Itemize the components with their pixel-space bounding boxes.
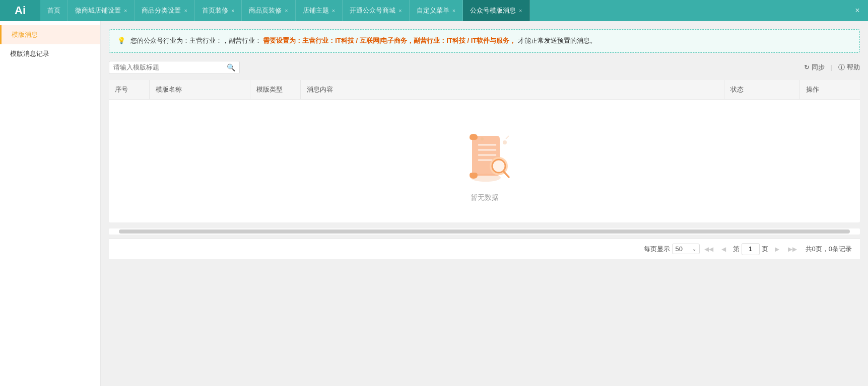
scrollbar-thumb[interactable] (119, 229, 850, 234)
sidebar-item-template-message[interactable]: 模版消息 (0, 25, 100, 44)
tab-close-home-decor[interactable]: × (231, 8, 234, 14)
app-logo: Ai (0, 0, 40, 21)
tab-close-shop-theme[interactable]: × (332, 8, 335, 14)
page-body: 模版消息 模版消息记录 💡 您的公众号行业为：主营行业：，副营行业： 需要设置为… (0, 21, 868, 386)
svg-line-8 (503, 171, 509, 177)
search-input[interactable] (113, 63, 227, 71)
empty-state: 暂无数据 (109, 100, 860, 222)
toolbar-right: ↻ 同步 | ⓘ 帮助 (804, 63, 860, 72)
tab-close-open-wechat-store[interactable]: × (398, 8, 402, 14)
tab-category[interactable]: 商品分类设置 × (135, 0, 194, 21)
svg-point-9 (481, 137, 484, 140)
help-icon: ⓘ (838, 63, 845, 72)
tab-custom-menu[interactable]: 自定义菜单 × (410, 0, 463, 21)
svg-line-11 (506, 136, 509, 139)
tab-template-message[interactable]: 公众号模版消息 × (463, 0, 529, 21)
close-all-button[interactable]: × (847, 0, 868, 21)
tab-close-product-decor[interactable]: × (285, 8, 288, 14)
tab-shop-theme[interactable]: 店铺主题 × (296, 0, 343, 21)
page-number-input[interactable] (742, 243, 760, 255)
help-button[interactable]: ⓘ 帮助 (838, 63, 860, 72)
tab-open-wechat-store[interactable]: 开通公众号商城 × (343, 0, 409, 21)
empty-text: 暂无数据 (471, 193, 499, 202)
horizontal-scrollbar[interactable] (109, 228, 860, 235)
search-input-wrap[interactable]: 🔍 (109, 61, 240, 74)
tab-product-decor[interactable]: 商品页装修 × (242, 0, 295, 21)
sync-button[interactable]: ↻ 同步 (804, 63, 825, 72)
notice-icon: 💡 (117, 37, 125, 44)
col-header-status: 状态 (724, 80, 799, 100)
pagination-row: 每页显示 50 ⌄ ◀◀ ◀ 第 页 ▶ ▶▶ 共0页，0条记录 (109, 239, 860, 259)
tab-home[interactable]: 首页 (40, 0, 68, 21)
data-table: 序号 模版名称 模版类型 消息内容 状态 操作 (109, 80, 860, 222)
data-table-wrap: 序号 模版名称 模版类型 消息内容 状态 操作 (109, 80, 860, 222)
col-header-action: 操作 (799, 80, 860, 100)
top-nav: Ai 首页 微商城店铺设置 × 商品分类设置 × 首页装修 × 商品页装修 × … (0, 0, 868, 21)
last-page-button[interactable]: ▶▶ (786, 243, 798, 255)
toolbar-divider: | (831, 63, 832, 71)
tab-close-custom-menu[interactable]: × (452, 8, 455, 14)
total-info: 共0页，0条记录 (806, 245, 852, 254)
empty-icon (454, 130, 515, 185)
prev-page-button[interactable]: ◀ (718, 243, 730, 255)
col-header-name: 模版名称 (149, 80, 250, 100)
first-page-button[interactable]: ◀◀ (703, 243, 715, 255)
tab-close-template-message[interactable]: × (519, 8, 522, 14)
col-header-content: 消息内容 (300, 80, 724, 100)
dropdown-arrow-icon: ⌄ (692, 246, 696, 252)
svg-point-10 (503, 140, 507, 144)
per-page-select: 每页显示 50 ⌄ (644, 244, 700, 254)
sidebar-item-template-message-record[interactable]: 模版消息记录 (0, 44, 100, 63)
sync-icon: ↻ (804, 63, 810, 71)
main-content: 💡 您的公众号行业为：主营行业：，副营行业： 需要设置为：主营行业：IT科技 /… (101, 21, 868, 386)
nav-tabs: 首页 微商城店铺设置 × 商品分类设置 × 首页装修 × 商品页装修 × 店铺主… (40, 0, 847, 21)
col-header-index: 序号 (109, 80, 149, 100)
tab-shop-settings[interactable]: 微商城店铺设置 × (68, 0, 135, 21)
tab-close-category[interactable]: × (184, 8, 187, 14)
tab-close-shop-settings[interactable]: × (124, 8, 127, 14)
per-page-dropdown[interactable]: 50 ⌄ (672, 244, 700, 254)
page-input-wrap: 第 页 (733, 243, 768, 255)
search-row: 🔍 ↻ 同步 | ⓘ 帮助 (109, 61, 860, 74)
search-icon[interactable]: 🔍 (227, 63, 235, 71)
sidebar: 模版消息 模版消息记录 (0, 21, 101, 386)
next-page-button[interactable]: ▶ (771, 243, 783, 255)
col-header-type: 模版类型 (250, 80, 300, 100)
notice-box: 💡 您的公众号行业为：主营行业：，副营行业： 需要设置为：主营行业：IT科技 /… (109, 29, 860, 53)
tab-home-decor[interactable]: 首页装修 × (195, 0, 242, 21)
